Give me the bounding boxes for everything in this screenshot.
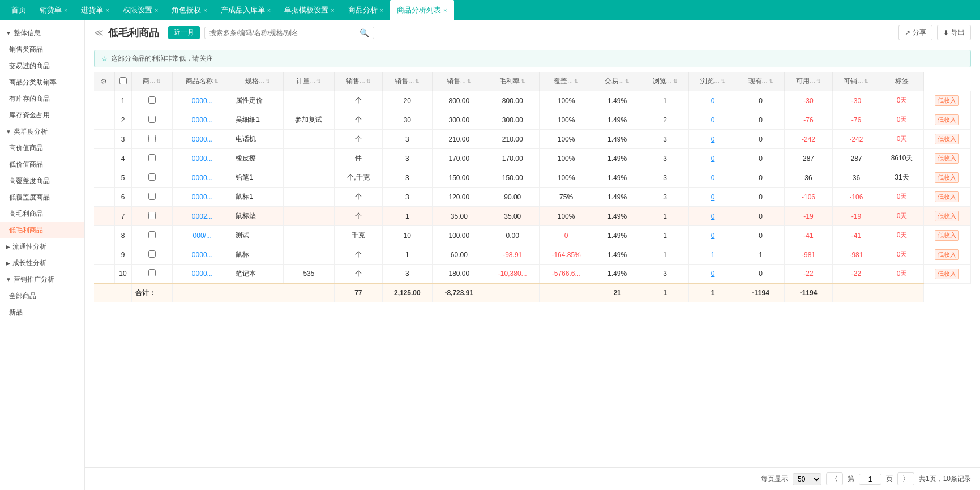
sidebar-item-low-value[interactable]: 低价值商品 <box>0 156 84 173</box>
th-stock-current[interactable]: 现有...⇅ <box>737 72 784 91</box>
row-browse1[interactable]: 0 <box>689 168 737 188</box>
browse1-link[interactable]: 0 <box>711 174 715 182</box>
th-stock-available[interactable]: 可用...⇅ <box>785 72 832 91</box>
nav-permissions[interactable]: 权限设置 × <box>116 0 165 20</box>
nav-product-analysis[interactable]: 商品分析 × <box>341 0 390 20</box>
search-icon[interactable]: 🔍 <box>360 28 369 37</box>
row-checkbox-cell <box>131 245 173 265</box>
row-checkbox[interactable] <box>148 250 156 258</box>
browse1-link[interactable]: 0 <box>711 97 715 105</box>
th-spec[interactable]: 规格...⇅ <box>232 72 283 91</box>
th-sales-amount[interactable]: 销售...⇅ <box>433 72 486 91</box>
nav-product-inbound[interactable]: 产成品入库单 × <box>214 0 277 20</box>
sidebar-item-category-rate[interactable]: 商品分类助销率 <box>0 74 84 91</box>
select-all-checkbox[interactable] <box>119 77 127 84</box>
th-unit[interactable]: 计量...⇅ <box>283 72 334 91</box>
nav-home[interactable]: 首页 <box>5 0 33 20</box>
nav-role-auth[interactable]: 角色授权 × <box>165 0 213 20</box>
th-sales-qty[interactable]: 销售...⇅ <box>335 72 382 91</box>
row-name: 属性定价 <box>232 91 283 110</box>
th-browse1[interactable]: 浏览...⇅ <box>641 72 688 91</box>
th-tag[interactable]: 标签 <box>880 72 924 91</box>
page-number-input[interactable] <box>859 474 881 485</box>
row-checkbox[interactable] <box>148 135 156 142</box>
browse1-link[interactable]: 0 <box>711 155 715 163</box>
collapse-sidebar-button[interactable]: ≪ <box>94 27 104 38</box>
page-size-select[interactable]: 50 100 200 <box>793 473 821 485</box>
close-icon[interactable]: × <box>105 7 109 14</box>
row-browse1[interactable]: 0 <box>689 149 737 168</box>
sidebar-group-overall[interactable]: ▼ 整体信息 <box>0 25 84 41</box>
browse1-link[interactable]: 1 <box>711 251 715 259</box>
th-name[interactable]: 商品名称⇅ <box>173 72 232 91</box>
browse1-link[interactable]: 0 <box>711 232 715 240</box>
browse1-link[interactable]: 0 <box>711 193 715 201</box>
row-checkbox[interactable] <box>148 154 156 161</box>
browse1-link[interactable]: 0 <box>711 212 715 220</box>
share-button[interactable]: ↗ 分享 <box>898 25 932 40</box>
row-checkbox[interactable] <box>148 212 156 219</box>
sidebar-group-growth[interactable]: ▶ 成长性分析 <box>0 255 84 271</box>
sidebar-item-low-margin[interactable]: 低毛利商品 <box>0 222 84 238</box>
sidebar-item-traded-products[interactable]: 交易过的商品 <box>0 58 84 74</box>
sidebar-group-cluster[interactable]: ▼ 类群度分析 <box>0 123 84 140</box>
export-button[interactable]: ⬇ 导出 <box>937 25 971 40</box>
row-browse1[interactable]: 0 <box>689 130 737 149</box>
row-browse1[interactable]: 0 <box>689 188 737 207</box>
row-checkbox[interactable] <box>148 173 156 181</box>
sidebar-item-in-stock[interactable]: 有库存的商品 <box>0 91 84 107</box>
row-code: 0000... <box>173 130 232 149</box>
row-browse1[interactable]: 1 <box>689 245 737 265</box>
close-icon[interactable]: × <box>443 7 447 14</box>
sidebar-item-new-products[interactable]: 新品 <box>0 304 84 321</box>
th-transactions[interactable]: 交易...⇅ <box>593 72 641 91</box>
sidebar-item-high-margin[interactable]: 高毛利商品 <box>0 206 84 222</box>
th-settings[interactable]: ⚙ <box>94 72 114 91</box>
close-icon[interactable]: × <box>331 7 334 14</box>
row-browse1[interactable]: 0 <box>689 207 737 226</box>
search-input[interactable] <box>209 29 360 37</box>
th-browse2[interactable]: 浏览...⇅ <box>689 72 737 91</box>
close-icon[interactable]: × <box>203 7 207 14</box>
row-checkbox[interactable] <box>148 269 156 276</box>
sidebar-item-all-products[interactable]: 全部商品 <box>0 288 84 304</box>
sidebar-item-high-coverage[interactable]: 高覆盖度商品 <box>0 173 84 189</box>
th-sellable-days[interactable]: 可销...⇅ <box>832 72 880 91</box>
nav-template-settings[interactable]: 单据模板设置 × <box>277 0 341 20</box>
prev-page-button[interactable]: 〈 <box>826 472 843 485</box>
next-page-button[interactable]: 〉 <box>897 472 914 485</box>
browse1-link[interactable]: 0 <box>711 270 715 278</box>
row-browse1[interactable]: 0 <box>689 226 737 245</box>
close-icon[interactable]: × <box>267 7 271 14</box>
close-icon[interactable]: × <box>380 7 383 14</box>
sidebar-item-stock-capital[interactable]: 库存资金占用 <box>0 107 84 123</box>
close-icon[interactable]: × <box>155 7 158 14</box>
row-checkbox[interactable] <box>148 193 156 200</box>
time-filter-button[interactable]: 近一月 <box>168 26 200 39</box>
th-coverage[interactable]: 覆盖...⇅ <box>539 72 593 91</box>
close-icon[interactable]: × <box>64 7 67 14</box>
sidebar-item-sales-products[interactable]: 销售类商品 <box>0 41 84 58</box>
th-code[interactable]: 商...⇅ <box>131 72 173 91</box>
nav-purchase-order[interactable]: 进货单 × <box>74 0 115 20</box>
footer-sales-price: 2,125.00 <box>382 284 433 302</box>
notice-icon: ☆ <box>101 55 108 63</box>
sidebar-item-high-value[interactable]: 高价值商品 <box>0 140 84 156</box>
row-checkbox[interactable] <box>148 96 156 104</box>
sort-icon: ⇅ <box>266 79 270 84</box>
nav-sales-order[interactable]: 销货单 × <box>33 0 74 20</box>
sidebar-group-circulation[interactable]: ▶ 流通性分析 <box>0 238 84 255</box>
th-sales-price[interactable]: 销售...⇅ <box>382 72 433 91</box>
browse1-link[interactable]: 0 <box>711 135 715 143</box>
th-checkbox[interactable] <box>114 72 131 91</box>
row-checkbox[interactable] <box>148 116 156 123</box>
th-gross-margin[interactable]: 毛利率⇅ <box>486 72 539 91</box>
row-browse1[interactable]: 0 <box>689 110 737 130</box>
sidebar-group-marketing[interactable]: ▼ 营销推广分析 <box>0 271 84 288</box>
row-browse1[interactable]: 0 <box>689 265 737 284</box>
browse1-link[interactable]: 0 <box>711 116 715 124</box>
row-browse1[interactable]: 0 <box>689 91 737 110</box>
row-checkbox[interactable] <box>148 231 156 238</box>
nav-product-analysis-list[interactable]: 商品分析列表 × <box>390 0 453 20</box>
sidebar-item-low-coverage[interactable]: 低覆盖度商品 <box>0 189 84 206</box>
